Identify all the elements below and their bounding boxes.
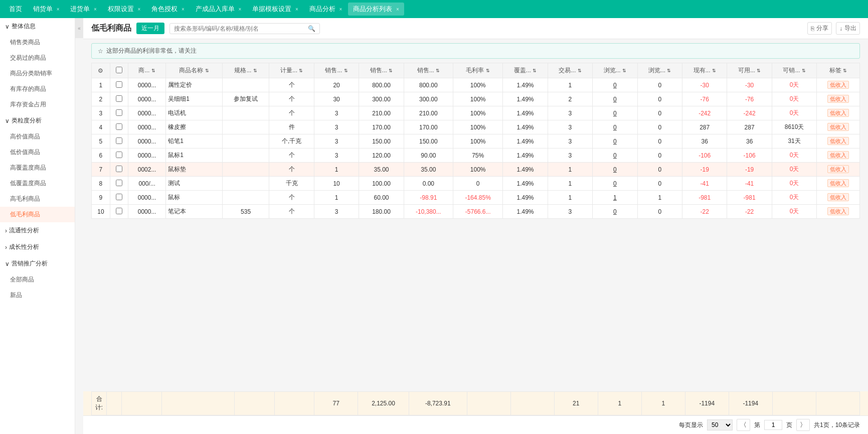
row-liulan1-9[interactable]: 1 xyxy=(593,191,637,205)
prev-page-button[interactable]: 〈 xyxy=(737,419,750,431)
sidebar-item-sales-goods[interactable]: 销售类商品 xyxy=(0,35,75,50)
row-liulan1-10[interactable]: 0 xyxy=(593,205,637,219)
sidebar-section-growth[interactable]: › 成长性分析 xyxy=(0,239,75,255)
search-input[interactable] xyxy=(174,25,306,32)
col-saleable[interactable]: 可销... ⇅ xyxy=(772,63,816,78)
col-tag[interactable]: 标签 ⇅ xyxy=(817,63,860,78)
col-spec[interactable]: 规格... ⇅ xyxy=(222,63,269,78)
row-liulan1-7[interactable]: 0 xyxy=(593,163,637,177)
row-checkbox-input-2[interactable] xyxy=(116,95,122,102)
nav-sales-close[interactable]: × xyxy=(57,7,60,12)
sidebar-item-category-rate[interactable]: 商品分类助销率 xyxy=(0,66,75,81)
col-settings[interactable]: ⚙ xyxy=(92,63,110,78)
row-checkbox-3[interactable] xyxy=(110,106,128,120)
sidebar-item-all-goods[interactable]: 全部商品 xyxy=(0,272,75,287)
row-liulan1-2[interactable]: 0 xyxy=(593,92,637,106)
row-liulan1-3[interactable]: 0 xyxy=(593,106,637,120)
row-checkbox-5[interactable] xyxy=(110,134,128,149)
col-browse2[interactable]: 浏览... ⇅ xyxy=(637,63,682,78)
sidebar-section-overall[interactable]: ∨ 整体信息 xyxy=(0,18,75,35)
row-checkbox-1[interactable] xyxy=(110,78,128,92)
row-liulan1-4[interactable]: 0 xyxy=(593,120,637,134)
nav-product-entry[interactable]: 产成品入库单 × xyxy=(191,3,246,16)
row-checkbox-input-5[interactable] xyxy=(116,137,122,144)
nav-purchase-close[interactable]: × xyxy=(94,7,97,12)
sidebar-item-traded-goods[interactable]: 交易过的商品 xyxy=(0,50,75,66)
sidebar-section-circulation[interactable]: › 流通性分析 xyxy=(0,222,75,239)
nav-goods-analysis-list-close[interactable]: × xyxy=(396,7,399,12)
time-filter-button[interactable]: 近一月 xyxy=(136,23,164,34)
sidebar-section-granularity[interactable]: ∨ 类粒度分析 xyxy=(0,112,75,129)
row-checkbox-input-3[interactable] xyxy=(116,109,122,116)
sidebar-collapse-button[interactable]: « xyxy=(75,18,83,38)
sidebar-item-high-value[interactable]: 高价值商品 xyxy=(0,129,75,144)
export-button[interactable]: ↓ 导出 xyxy=(836,22,860,35)
col-sales1[interactable]: 销售... ⇅ xyxy=(314,63,359,78)
sidebar-item-stocked-goods[interactable]: 有库存的商品 xyxy=(0,81,75,97)
nav-template[interactable]: 单据模板设置 × xyxy=(247,3,303,16)
row-liulan1-1[interactable]: 0 xyxy=(593,78,637,92)
sidebar-item-high-margin[interactable]: 高毛利商品 xyxy=(0,191,75,207)
select-all-checkbox[interactable] xyxy=(116,67,122,73)
col-browse1[interactable]: 浏览... ⇅ xyxy=(593,63,637,78)
row-checkbox-6[interactable] xyxy=(110,149,128,163)
col-transaction[interactable]: 交易... ⇅ xyxy=(548,63,592,78)
sidebar-section-marketing[interactable]: ∨ 营销推广分析 xyxy=(0,255,75,272)
col-code[interactable]: 商... ⇅ xyxy=(128,63,165,78)
col-sales3[interactable]: 销售... ⇅ xyxy=(404,63,453,78)
row-checkbox-2[interactable] xyxy=(110,92,128,106)
row-checkbox-input-7[interactable] xyxy=(116,166,122,172)
nav-permission[interactable]: 权限设置 × xyxy=(103,3,145,16)
row-name-8: 测试 xyxy=(166,177,222,191)
nav-role-close[interactable]: × xyxy=(182,7,185,12)
row-checkbox-input-10[interactable] xyxy=(116,208,122,214)
row-unit-5: 个,千克 xyxy=(269,134,314,149)
col-coverage[interactable]: 覆盖... ⇅ xyxy=(503,63,548,78)
sidebar-item-high-coverage[interactable]: 高覆盖度商品 xyxy=(0,160,75,176)
row-checkbox-10[interactable] xyxy=(110,205,128,219)
table-container[interactable]: ⚙ 商... ⇅ 商品名称 ⇅ 规格... ⇅ 计量... ⇅ 销售... ⇅ … xyxy=(83,63,868,391)
col-sales2[interactable]: 销售... ⇅ xyxy=(359,63,404,78)
nav-goods-analysis-list[interactable]: 商品分析列表 × xyxy=(348,3,404,16)
search-icon[interactable]: 🔍 xyxy=(308,25,315,32)
col-current-stock[interactable]: 现有... ⇅ xyxy=(682,63,727,78)
nav-product-entry-close[interactable]: × xyxy=(239,7,242,12)
sidebar-item-capital[interactable]: 库存资金占用 xyxy=(0,97,75,112)
row-checkbox-input-1[interactable] xyxy=(116,81,122,88)
sidebar-item-low-coverage[interactable]: 低覆盖度商品 xyxy=(0,176,75,191)
nav-role[interactable]: 角色授权 × xyxy=(146,3,189,16)
nav-goods-analysis[interactable]: 商品分析 × xyxy=(304,3,347,16)
col-checkbox-all[interactable] xyxy=(110,63,128,78)
page-size-select[interactable]: 50 100 200 xyxy=(707,419,733,430)
row-checkbox-7[interactable] xyxy=(110,163,128,177)
search-box: 🔍 xyxy=(169,23,320,34)
row-liulan1-6[interactable]: 0 xyxy=(593,149,637,163)
row-liulan1-5[interactable]: 0 xyxy=(593,134,637,149)
sidebar-item-low-margin[interactable]: 低毛利商品 xyxy=(0,207,75,222)
row-checkbox-input-4[interactable] xyxy=(116,123,122,130)
sidebar-item-low-value[interactable]: 低价值商品 xyxy=(0,144,75,160)
col-name[interactable]: 商品名称 ⇅ xyxy=(166,63,222,78)
nav-permission-close[interactable]: × xyxy=(138,7,141,12)
row-checkbox-9[interactable] xyxy=(110,191,128,205)
row-checkbox-8[interactable] xyxy=(110,177,128,191)
row-xianyou-6: -106 xyxy=(682,149,727,163)
row-checkbox-input-6[interactable] xyxy=(116,152,122,158)
nav-purchase[interactable]: 进货单 × xyxy=(65,3,101,16)
share-button[interactable]: ⎘ 分享 xyxy=(807,22,832,35)
col-unit[interactable]: 计量... ⇅ xyxy=(269,63,314,78)
row-checkbox-input-8[interactable] xyxy=(116,180,122,186)
next-page-button[interactable]: 〉 xyxy=(796,419,810,431)
col-margin-rate[interactable]: 毛利率 ⇅ xyxy=(453,63,502,78)
row-checkbox-4[interactable] xyxy=(110,120,128,134)
nav-home[interactable]: 首页 xyxy=(4,3,27,16)
col-available[interactable]: 可用... ⇅ xyxy=(727,63,772,78)
nav-template-close[interactable]: × xyxy=(295,7,298,12)
sidebar-item-new-goods[interactable]: 新品 xyxy=(0,287,75,303)
row-checkbox-input-9[interactable] xyxy=(116,194,122,200)
chevron-right-icon: › xyxy=(5,227,7,234)
row-liulan1-8[interactable]: 0 xyxy=(593,177,637,191)
page-number-input[interactable] xyxy=(764,420,782,430)
nav-goods-analysis-close[interactable]: × xyxy=(339,7,342,12)
nav-sales[interactable]: 销货单 × xyxy=(28,3,64,16)
